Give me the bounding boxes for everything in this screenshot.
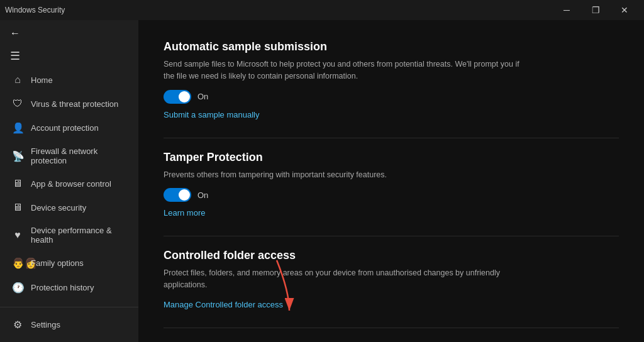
devicesec-icon: 🖥: [12, 202, 23, 213]
toggle-row-tamper: On: [164, 188, 619, 202]
sidebar-item-devicesec[interactable]: 🖥 Device security: [0, 196, 138, 219]
toggle-tamper[interactable]: [164, 188, 191, 202]
main-wrapper: Automatic sample submission Send sample …: [138, 20, 644, 342]
sidebar-item-settings[interactable]: ⚙ Settings: [0, 312, 138, 337]
section-desc-automatic: Send sample files to Microsoft to help p…: [164, 58, 528, 82]
title-bar: Windows Security ─ ❐ ✕: [0, 0, 644, 20]
deviceperf-icon: ♥: [12, 229, 23, 241]
section-controlled-folder: Controlled folder access Protect files, …: [164, 249, 619, 310]
section-title-automatic: Automatic sample submission: [164, 40, 619, 53]
app-title: Windows Security: [5, 6, 65, 14]
sidebar-item-label: Account protection: [31, 123, 99, 133]
link-submit-sample[interactable]: Submit a sample manually: [164, 110, 259, 119]
sidebar-item-firewall[interactable]: 📡 Firewall & network protection: [0, 140, 138, 172]
divider-3: [164, 328, 619, 328]
sidebar-item-appbrowser[interactable]: 🖥 App & browser control: [0, 172, 138, 196]
sidebar-item-label: Firewall & network protection: [31, 146, 128, 165]
toggle-automatic[interactable]: [164, 90, 191, 104]
history-icon: 🕐: [12, 282, 23, 294]
restore-button[interactable]: ❐: [581, 0, 610, 20]
toggle-label-tamper: On: [197, 190, 208, 200]
section-automatic-sample: Automatic sample submission Send sample …: [164, 40, 619, 120]
title-bar-left: Windows Security: [5, 6, 65, 14]
sidebar: ← ☰ ⌂ Home 🛡 Virus & threat protection 👤…: [0, 20, 138, 342]
sidebar-item-label: Protection history: [31, 283, 94, 292]
shield-icon: 🛡: [12, 98, 23, 109]
link-manage-folder[interactable]: Manage Controlled folder access: [164, 300, 283, 309]
back-icon: ←: [10, 28, 20, 39]
sidebar-item-home[interactable]: ⌂ Home: [0, 68, 138, 92]
divider-1: [164, 138, 619, 138]
sidebar-item-label: Device performance & health: [31, 226, 128, 245]
title-bar-controls: ─ ❐ ✕: [552, 0, 639, 20]
sidebar-item-account[interactable]: 👤 Account protection: [0, 116, 138, 140]
toggle-label-automatic: On: [197, 92, 208, 101]
sidebar-item-deviceperf[interactable]: ♥ Device performance & health: [0, 219, 138, 251]
sidebar-item-label: Virus & threat protection: [31, 99, 118, 109]
network-icon: 📡: [12, 150, 23, 162]
sidebar-item-history[interactable]: 🕐 Protection history: [0, 275, 138, 300]
section-desc-tamper: Prevents others from tampering with impo…: [164, 169, 528, 181]
appbrowser-icon: 🖥: [12, 178, 23, 189]
home-icon: ⌂: [12, 74, 23, 86]
section-title-controlled: Controlled folder access: [164, 249, 619, 262]
sidebar-item-label: Settings: [31, 320, 60, 329]
main-content: Automatic sample submission Send sample …: [138, 20, 644, 342]
sidebar-item-label: Device security: [31, 203, 86, 212]
sidebar-item-label: Family options: [31, 258, 84, 268]
back-button[interactable]: ←: [0, 23, 138, 44]
sidebar-item-virus[interactable]: 🛡 Virus & threat protection: [0, 92, 138, 116]
section-title-tamper: Tamper Protection: [164, 151, 619, 164]
settings-icon: ⚙: [12, 319, 23, 331]
account-icon: 👤: [12, 122, 23, 134]
toggle-row-automatic: On: [164, 90, 619, 104]
section-desc-controlled: Protect files, folders, and memory areas…: [164, 267, 528, 291]
sidebar-footer: ⚙ Settings: [0, 307, 138, 342]
app-body: ← ☰ ⌂ Home 🛡 Virus & threat protection 👤…: [0, 20, 644, 342]
close-button[interactable]: ✕: [610, 0, 639, 20]
minimize-button[interactable]: ─: [552, 0, 581, 20]
sidebar-item-label: App & browser control: [31, 179, 111, 189]
menu-icon[interactable]: ☰: [0, 44, 138, 68]
family-icon: 👨‍👩: [12, 257, 23, 269]
link-learn-more[interactable]: Learn more: [164, 208, 205, 218]
sidebar-item-family[interactable]: 👨‍👩 Family options: [0, 251, 138, 275]
section-tamper: Tamper Protection Prevents others from t…: [164, 151, 619, 219]
divider-2: [164, 236, 619, 236]
sidebar-item-label: Home: [31, 75, 53, 85]
